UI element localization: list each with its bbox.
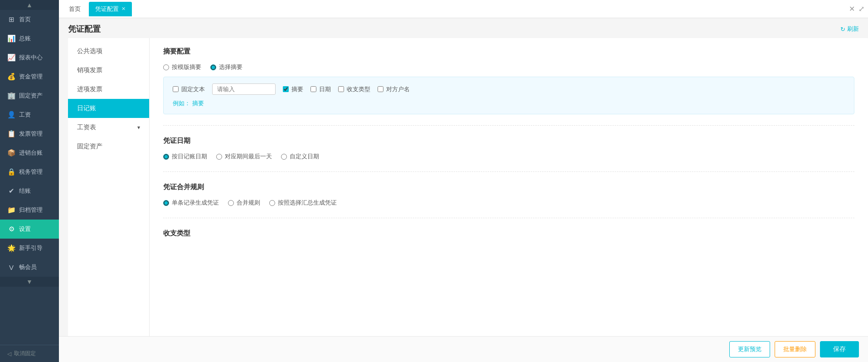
sidebar-item-settings[interactable]: ⚙ 设置: [0, 220, 59, 239]
tab-home[interactable]: 首页: [63, 2, 87, 16]
sidebar-item-fixed-assets[interactable]: 🏢 固定资产: [0, 86, 59, 105]
sidebar-item-label: 发票管理: [19, 130, 43, 138]
sidebar-item-invoice-management[interactable]: 📋 发票管理: [0, 124, 59, 143]
radio-by-template-input[interactable]: [163, 64, 169, 70]
page-header: 凭证配置 ↻ 刷新: [59, 18, 868, 38]
resize-icon[interactable]: ⤢: [858, 5, 864, 13]
radio-by-template-label: 按模版摘要: [172, 63, 201, 71]
left-nav-item-payroll-table[interactable]: 工资表 ▾: [68, 118, 149, 137]
sidebar-item-label: 畅会员: [19, 263, 37, 271]
left-nav-label: 销项发票: [77, 66, 102, 74]
radio-generate-by-selection-input[interactable]: [269, 200, 275, 206]
report-icon: 📈: [7, 54, 15, 62]
tab-close-icon[interactable]: ✕: [121, 6, 126, 12]
radio-select-abstract-label: 选择摘要: [219, 63, 242, 71]
assets-icon: 🏢: [7, 92, 15, 100]
vip-icon: V: [7, 264, 15, 271]
checkbox-fixed-text[interactable]: 固定文本: [173, 85, 205, 93]
left-nav-item-public-options[interactable]: 公共选项: [68, 42, 149, 61]
home-icon: ⊞: [7, 15, 15, 24]
batch-delete-button[interactable]: 批量删除: [775, 341, 815, 357]
sidebar-item-general-ledger[interactable]: 📊 总账: [0, 29, 59, 48]
radio-generate-by-selection[interactable]: 按照选择汇总生成凭证: [269, 199, 337, 207]
income-type-title: 收支类型: [163, 229, 854, 238]
abstract-text-input[interactable]: [212, 83, 276, 95]
abstract-radio-group: 按模版摘要 选择摘要: [163, 63, 854, 71]
tax-icon: 🔒: [7, 168, 15, 176]
radio-custom-date[interactable]: 自定义日期: [281, 152, 319, 161]
refresh-button[interactable]: ↻ 刷新: [840, 25, 859, 33]
radio-single-record-label: 单条记录生成凭证: [172, 199, 219, 207]
left-nav-item-fixed-assets[interactable]: 固定资产: [68, 137, 149, 156]
abstract-config-section: 摘要配置 按模版摘要 选择摘要: [163, 47, 854, 126]
newbie-icon: 🌟: [7, 244, 15, 252]
checkbox-fixed-text-input[interactable]: [173, 86, 179, 92]
sidebar-item-vip[interactable]: V 畅会员: [0, 258, 59, 277]
left-nav-label: 公共选项: [77, 47, 102, 55]
refresh-label: 刷新: [847, 25, 859, 33]
left-nav-label: 日记账: [77, 104, 96, 113]
sidebar-item-report-center[interactable]: 📈 报表中心: [0, 48, 59, 67]
checkbox-date-input[interactable]: [310, 86, 316, 92]
chevron-down-icon: ▾: [137, 124, 140, 131]
tab-bar: 首页 凭证配置 ✕ ✕ ⤢: [59, 0, 868, 18]
radio-generate-by-selection-label: 按照选择汇总生成凭证: [278, 199, 337, 207]
update-preview-button[interactable]: 更新预览: [729, 341, 770, 357]
save-button[interactable]: 保存: [820, 341, 859, 357]
left-nav-item-sales-invoice[interactable]: 销项发票: [68, 61, 149, 80]
radio-last-day-period-input[interactable]: [216, 154, 222, 160]
sidebar-scroll-down[interactable]: ▼: [0, 277, 59, 287]
radio-by-journal-date-input[interactable]: [163, 154, 169, 160]
radio-custom-date-input[interactable]: [281, 154, 287, 160]
radio-by-template[interactable]: 按模版摘要: [163, 63, 201, 71]
left-nav-item-purchase-invoice[interactable]: 进项发票: [68, 80, 149, 99]
sidebar-item-tax-management[interactable]: 🔒 税务管理: [0, 162, 59, 181]
radio-single-record[interactable]: 单条记录生成凭证: [163, 199, 219, 207]
purchase-icon: 📦: [7, 149, 15, 157]
sidebar-item-newbie-guide[interactable]: 🌟 新手引导: [0, 239, 59, 258]
close-icon[interactable]: ✕: [849, 5, 855, 13]
sidebar-item-settlement[interactable]: ✔ 结账: [0, 181, 59, 201]
tab-voucher-config[interactable]: 凭证配置 ✕: [89, 2, 132, 16]
sidebar-item-archive-management[interactable]: 📁 归档管理: [0, 201, 59, 220]
radio-merge-rules-label: 合并规则: [237, 199, 260, 207]
sidebar-item-label: 固定资产: [19, 92, 43, 100]
sidebar-item-home[interactable]: ⊞ 首页: [0, 10, 59, 29]
checkbox-date[interactable]: 日期: [310, 85, 331, 93]
checkbox-counterpart-name-input[interactable]: [378, 86, 383, 92]
checkbox-income-type[interactable]: 收支类型: [338, 85, 370, 93]
invoice-icon: 📋: [7, 130, 15, 138]
abstract-example: 例如： 摘要: [173, 99, 845, 108]
sidebar-scroll-up[interactable]: ▲: [0, 0, 59, 10]
checkbox-counterpart-name[interactable]: 对方户名: [378, 85, 410, 93]
checkbox-abstract-input[interactable]: [283, 86, 289, 92]
radio-merge-rules[interactable]: 合并规则: [228, 199, 260, 207]
sidebar-unpin[interactable]: ◁ 取消固定: [0, 345, 59, 362]
content-area: 凭证配置 ↻ 刷新 公共选项 销项发票 进项发票 日记账: [59, 18, 868, 362]
sidebar-item-label: 首页: [19, 15, 31, 24]
sidebar-item-purchase-sales[interactable]: 📦 进销台账: [0, 143, 59, 162]
radio-by-journal-date-label: 按日记账日期: [172, 152, 207, 161]
income-type-section: 收支类型: [163, 229, 854, 256]
radio-custom-date-label: 自定义日期: [290, 152, 319, 161]
sidebar-item-label: 总账: [19, 34, 31, 43]
radio-merge-rules-input[interactable]: [228, 200, 234, 206]
left-nav-item-journal[interactable]: 日记账: [68, 99, 149, 118]
pin-icon: ◁: [7, 351, 11, 357]
sidebar-item-fund-management[interactable]: 💰 资金管理: [0, 67, 59, 86]
checkbox-abstract[interactable]: 摘要: [283, 85, 303, 93]
radio-select-abstract-input[interactable]: [210, 64, 216, 70]
radio-by-journal-date[interactable]: 按日记账日期: [163, 152, 207, 161]
merge-rules-radio-group: 单条记录生成凭证 合并规则 按照选择汇总生成凭证: [163, 199, 854, 207]
sidebar-item-label: 报表中心: [19, 54, 43, 62]
payroll-icon: 👤: [7, 111, 15, 119]
radio-last-day-period[interactable]: 对应期间最后一天: [216, 152, 272, 161]
sidebar-item-payroll[interactable]: 👤 工资: [0, 105, 59, 124]
checkbox-income-type-label: 收支类型: [347, 85, 370, 93]
checkbox-income-type-input[interactable]: [338, 86, 344, 92]
radio-single-record-input[interactable]: [163, 200, 169, 206]
radio-select-abstract[interactable]: 选择摘要: [210, 63, 242, 71]
sidebar-item-label: 设置: [19, 225, 31, 233]
main-layout: 公共选项 销项发票 进项发票 日记账 工资表 ▾ 固定资产: [68, 38, 868, 336]
page-title: 凭证配置: [68, 24, 101, 34]
